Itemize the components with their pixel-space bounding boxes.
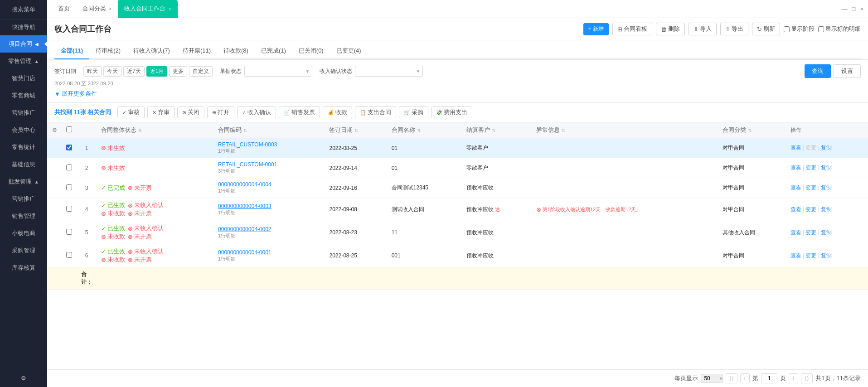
minimize-btn[interactable]: — bbox=[842, 5, 848, 12]
settings-button[interactable]: 设置 bbox=[834, 64, 861, 78]
row-checkbox[interactable] bbox=[66, 252, 72, 258]
sidebar-quick-nav[interactable]: 快捷导航 bbox=[0, 19, 47, 35]
row-checkbox[interactable] bbox=[66, 145, 72, 150]
filter-tab-pending-invoice[interactable]: 待开票(11) bbox=[176, 44, 217, 59]
select-all-checkbox[interactable] bbox=[66, 126, 72, 132]
date-btn-last7days[interactable]: 近7天 bbox=[123, 66, 145, 77]
filter-tab-closed[interactable]: 已关闭(0) bbox=[292, 44, 330, 59]
contract-code-link[interactable]: 0000000000004-0002 bbox=[218, 226, 271, 232]
delete-button[interactable]: 🗑 删除 bbox=[656, 23, 685, 35]
prev-page-btn[interactable]: ⟨ bbox=[740, 373, 750, 383]
sidebar-item-smart-store[interactable]: 智慧门店 bbox=[0, 70, 47, 87]
tab-home[interactable]: 首页 bbox=[52, 0, 76, 18]
date-btn-last1month[interactable]: 近1月 bbox=[146, 66, 168, 77]
next-page-btn[interactable]: ⟩ bbox=[789, 373, 798, 383]
op-btn-查看[interactable]: 查看 bbox=[790, 229, 801, 236]
op-btn-复制[interactable]: 复制 bbox=[821, 252, 832, 259]
sidebar-item-basic-info[interactable]: 基础信息 bbox=[0, 156, 47, 173]
op-btn-复制[interactable]: 复制 bbox=[821, 206, 832, 213]
purchase-btn[interactable]: 🛒 采购 bbox=[399, 106, 428, 118]
income-confirm-select[interactable] bbox=[355, 66, 423, 77]
contract-code-link[interactable]: 0000000000004-0001 bbox=[218, 249, 271, 256]
date-btn-more[interactable]: 更多 bbox=[169, 66, 187, 77]
date-btn-today[interactable]: 今天 bbox=[103, 66, 121, 77]
page-num-input[interactable] bbox=[761, 373, 777, 383]
op-btn-复制[interactable]: 复制 bbox=[821, 164, 832, 171]
out-contract-btn[interactable]: 📋 支出合同 bbox=[355, 106, 396, 118]
sales-invoice-btn[interactable]: 📄 销售发票 bbox=[279, 106, 320, 118]
op-btn-查看[interactable]: 查看 bbox=[790, 145, 801, 151]
show-details-checkbox[interactable] bbox=[818, 26, 824, 32]
refresh-button[interactable]: ↻ 刷新 bbox=[752, 23, 780, 35]
sidebar-item-batch-mgmt[interactable]: 批发管理 ▲ bbox=[0, 173, 47, 190]
sidebar-item-inventory[interactable]: 库存核算 bbox=[0, 259, 47, 276]
op-btn-变更[interactable]: 变更 bbox=[805, 206, 816, 213]
first-page-btn[interactable]: ⟨⟨ bbox=[726, 373, 737, 383]
last-page-btn[interactable]: ⟩⟩ bbox=[801, 373, 813, 383]
close-icon-income-contract[interactable]: × bbox=[168, 6, 171, 11]
sidebar-item-marketing2[interactable]: 营销推广 bbox=[0, 190, 47, 208]
open-contract-btn[interactable]: ⊕ 打开 bbox=[207, 106, 234, 118]
maximize-btn[interactable]: □ bbox=[852, 5, 856, 12]
contract-code-link[interactable]: RETAIL_CUSTOM-0003 bbox=[218, 141, 277, 148]
tab-contract-category[interactable]: 合同分类 × bbox=[76, 0, 118, 18]
filter-tab-changed[interactable]: 已变更(4) bbox=[330, 44, 368, 59]
op-btn-变更[interactable]: 变更 bbox=[805, 252, 816, 259]
sort-icon-name[interactable]: ⇅ bbox=[417, 128, 421, 133]
income-confirm-btn[interactable]: ✓ 收入确认 bbox=[237, 106, 276, 118]
expand-conditions-btn[interactable]: ▼ 展开更多条件 bbox=[54, 90, 861, 98]
abandon-btn[interactable]: ✕ 弃审 bbox=[147, 106, 175, 118]
show-stages-checkbox[interactable] bbox=[784, 26, 790, 32]
import-button[interactable]: ⇩ 导入 bbox=[689, 23, 717, 35]
op-btn-变更[interactable]: 变更 bbox=[805, 164, 816, 171]
sidebar-item-retail-mgmt[interactable]: 零售管理 ▲ bbox=[0, 53, 47, 70]
filter-tab-pending-income-confirm[interactable]: 待收入确认(7) bbox=[127, 44, 176, 59]
sidebar-search[interactable]: 搜索菜单 bbox=[0, 0, 47, 19]
op-btn-查看[interactable]: 查看 bbox=[790, 184, 801, 191]
row-checkbox[interactable] bbox=[66, 184, 72, 190]
filter-tab-completed[interactable]: 已完成(1) bbox=[255, 44, 292, 59]
sort-icon-exception[interactable]: ⇅ bbox=[562, 128, 565, 133]
sidebar-item-retail-commerce[interactable]: 零售商城 bbox=[0, 87, 47, 104]
row-checkbox[interactable] bbox=[66, 164, 72, 170]
sidebar-item-retail-stats[interactable]: 零售统计 bbox=[0, 139, 47, 156]
op-btn-查看[interactable]: 查看 bbox=[790, 252, 801, 259]
add-button[interactable]: + 新增 bbox=[583, 23, 609, 35]
sidebar-item-purchase[interactable]: 采购管理 bbox=[0, 242, 47, 259]
export-button[interactable]: ⇧ 导出 bbox=[720, 23, 748, 35]
sort-icon-code[interactable]: ⇅ bbox=[243, 128, 247, 133]
doc-status-select[interactable] bbox=[244, 66, 312, 77]
sidebar-item-member[interactable]: 会员中心 bbox=[0, 121, 47, 139]
filter-tab-pending-receipt[interactable]: 待收款(8) bbox=[217, 44, 255, 59]
op-btn-查看[interactable]: 查看 bbox=[790, 164, 801, 171]
row-checkbox[interactable] bbox=[66, 206, 72, 212]
sort-icon-customer[interactable]: ⇅ bbox=[492, 128, 495, 133]
query-button[interactable]: 查询 bbox=[805, 64, 831, 78]
per-page-select[interactable]: 50 20 100 bbox=[701, 374, 723, 383]
op-btn-复制[interactable]: 复制 bbox=[821, 184, 832, 191]
contract-code-link[interactable]: RETAIL_CUSTOM-0001 bbox=[218, 161, 277, 168]
close-icon-contract-category[interactable]: × bbox=[109, 6, 112, 11]
op-btn-复制[interactable]: 复制 bbox=[821, 145, 832, 151]
sidebar-item-xiaoyang[interactable]: 小畅电商 bbox=[0, 225, 47, 242]
sidebar-item-sales-mgmt[interactable]: 销售管理 bbox=[0, 208, 47, 225]
close-contract-btn[interactable]: ⊗ 关闭 bbox=[177, 106, 204, 118]
sidebar-settings-btn[interactable]: ⚙ bbox=[0, 369, 47, 387]
filter-tab-pending-review[interactable]: 待审核(2) bbox=[89, 44, 127, 59]
sort-icon-category[interactable]: ⇅ bbox=[748, 128, 752, 133]
receipt-btn[interactable]: 💰 收款 bbox=[323, 106, 352, 118]
contract-board-button[interactable]: ⊞ 合同看板 bbox=[612, 23, 652, 35]
contract-code-link[interactable]: 0000000000004-0003 bbox=[218, 203, 271, 209]
filter-tab-all[interactable]: 全部(11) bbox=[54, 44, 89, 59]
expense-btn[interactable]: 💸 费用支出 bbox=[431, 106, 472, 118]
column-settings-icon[interactable]: ⚙ bbox=[52, 127, 57, 133]
row-checkbox[interactable] bbox=[66, 229, 72, 235]
op-btn-复制[interactable]: 复制 bbox=[821, 229, 832, 236]
close-btn[interactable]: × bbox=[860, 5, 863, 12]
review-btn[interactable]: ✓ 审核 bbox=[117, 106, 145, 118]
op-btn-变更[interactable]: 变更 bbox=[805, 184, 816, 191]
sort-icon-date[interactable]: ⇅ bbox=[354, 128, 358, 133]
tab-income-contract[interactable]: 收入合同工作台 × bbox=[118, 0, 177, 18]
contract-code-link[interactable]: 0000000000004-0004 bbox=[218, 181, 271, 188]
op-btn-查看[interactable]: 查看 bbox=[790, 206, 801, 213]
